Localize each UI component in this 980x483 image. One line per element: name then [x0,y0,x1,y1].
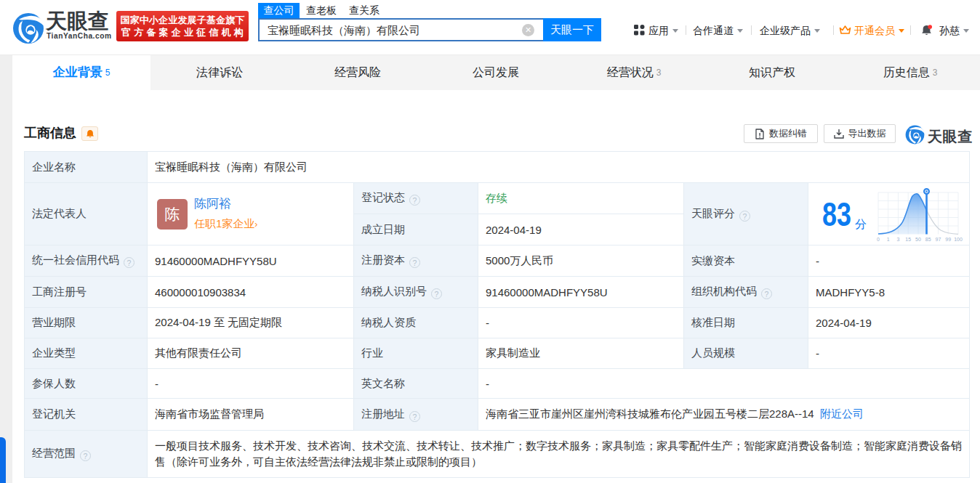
svg-text:0: 0 [877,236,880,241]
svg-text:97: 97 [936,236,941,241]
svg-text:15: 15 [905,236,911,241]
svg-text:99: 99 [945,236,951,241]
svg-text:1: 1 [887,236,890,241]
svg-text:3: 3 [897,236,900,241]
svg-text:50: 50 [915,236,921,241]
svg-text:85: 85 [925,236,931,241]
svg-text:100: 100 [954,236,963,241]
